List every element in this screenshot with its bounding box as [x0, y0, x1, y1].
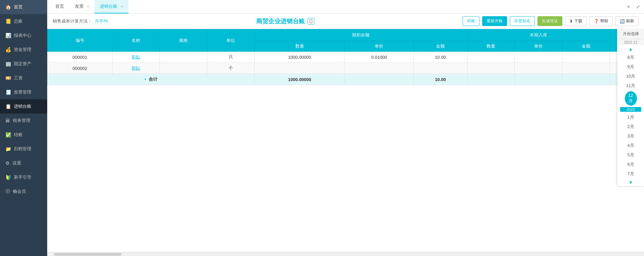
sidebar-item-settlement[interactable]: ✅ 结账 — [0, 128, 47, 142]
sub-header-rk-amount: 金额 — [562, 41, 610, 52]
total-rk-qty — [467, 74, 515, 85]
salary-icon: 💴 — [5, 75, 11, 81]
cell-qc-price — [345, 63, 413, 74]
cell-unit: 个 — [207, 63, 255, 74]
maximize-button[interactable]: ⤢ — [635, 3, 641, 10]
cell-rk-amount — [562, 63, 610, 74]
cell-qc-qty — [255, 63, 345, 74]
month-item-10[interactable]: 10月 — [617, 72, 644, 81]
member-icon: Ⓥ — [5, 188, 10, 195]
refresh-icon: 🔄 — [620, 19, 625, 24]
sidebar: 🏠 首页 📒 总账 📊 报表中心 💰 资金管理 🏢 固定资产 💴 工资 🧾 发票… — [0, 0, 47, 256]
sub-header-qc-qty: 数量 — [255, 41, 345, 52]
tab-purchase-sales[interactable]: 进销台账 × — [94, 0, 128, 14]
cell-name: 前缸 — [112, 63, 160, 74]
sidebar-item-purchase-sales[interactable]: 📋 进销台账 — [0, 99, 47, 113]
sidebar-item-member[interactable]: Ⓥ 畅会员 — [0, 184, 47, 199]
total-row: ▪ 合计 1000.00000 10.00 — [48, 74, 644, 85]
month-panel: 月份选择 2022.12 ▲ 8月 9月 10月 11月 12月 2023 1月… — [617, 29, 644, 186]
month-item-4[interactable]: 4月 — [617, 141, 644, 150]
month-item-7[interactable]: 7月 — [617, 169, 644, 179]
sidebar-item-tax[interactable]: 🏛 税务管理 — [0, 113, 47, 128]
cell-spec — [160, 52, 207, 63]
cell-unit: 只 — [207, 52, 255, 63]
sidebar-item-home[interactable]: 🏠 首页 — [0, 0, 47, 14]
month-item-3[interactable]: 3月 — [617, 131, 644, 141]
cell-id: 000001 — [48, 52, 113, 63]
info-icon[interactable]: 📋 — [308, 18, 314, 25]
sidebar-item-guide[interactable]: 🔰 新手引导 — [0, 170, 47, 184]
sidebar-item-settings[interactable]: ⚙ 设置 — [0, 156, 47, 170]
archive-icon: 📁 — [5, 146, 11, 152]
cell-spec — [160, 63, 207, 74]
table-wrapper: 编号 名称 规格 单位 期初余额 本期入库 数 数量 单价 金额 数量 单价 — [47, 29, 644, 252]
month-nav-down[interactable]: ▼ — [617, 179, 644, 186]
duizhang-button[interactable]: 对账 — [463, 16, 479, 26]
col-header-id: 编号 — [48, 29, 113, 52]
sub-header-qc-price: 单价 — [345, 41, 413, 52]
total-qc-price — [345, 74, 413, 85]
cell-qc-amount: 10.00 — [413, 52, 467, 63]
ledger-icon: 📒 — [5, 19, 11, 24]
sub-header-qc-amount: 金额 — [413, 41, 467, 52]
col-header-qichu: 期初余额 — [255, 29, 468, 41]
sidebar-item-archive[interactable]: 📁 归档管理 — [0, 142, 47, 156]
assets-icon: 🏢 — [5, 61, 11, 67]
sidebar-item-salary[interactable]: 💴 工资 — [0, 71, 47, 85]
month-item-8[interactable]: 8月 — [617, 53, 644, 62]
main-area: 首页 发票 × 进销台账 × × ⤢ 销售成本计算方法： 月平均 商贸企业进销台… — [47, 0, 644, 256]
download-button[interactable]: ⬇ 下载 — [565, 16, 587, 26]
guide-icon: 🔰 — [5, 175, 11, 180]
month-item-2[interactable]: 2月 — [617, 122, 644, 131]
sidebar-item-assets[interactable]: 🏢 固定资产 — [0, 57, 47, 71]
reopen-button[interactable]: 重新开账 — [482, 16, 507, 26]
sidebar-item-funds[interactable]: 💰 资金管理 — [0, 43, 47, 57]
col-header-spec: 规格 — [160, 29, 207, 52]
page-title: 商贸企业进销台账 — [256, 17, 305, 25]
info-bar: 销售成本计算方法： 月平均 商贸企业进销台账 📋 对账 重新开账 存货别名 生成… — [47, 14, 644, 29]
cost-method-value: 月平均 — [95, 19, 108, 24]
horizontal-scrollbar[interactable] — [47, 252, 644, 256]
tab-invoice[interactable]: 发票 × — [69, 0, 94, 14]
cell-rk-qty — [467, 52, 515, 63]
purchase-sales-icon: 📋 — [5, 104, 11, 109]
cell-rk-amount — [562, 52, 610, 63]
cell-qc-amount — [413, 63, 467, 74]
home-icon: 🏠 — [5, 4, 11, 10]
month-nav-up[interactable]: ▲ — [617, 45, 644, 53]
main-table: 编号 名称 规格 单位 期初余额 本期入库 数 数量 单价 金额 数量 单价 — [47, 29, 644, 85]
sidebar-item-reports[interactable]: 📊 报表中心 — [0, 28, 47, 43]
invoice-mgmt-icon: 🧾 — [5, 89, 11, 95]
page-title-area: 商贸企业进销台账 📋 — [108, 17, 463, 25]
minimize-button[interactable]: × — [625, 3, 632, 10]
save-alias-button[interactable]: 存货别名 — [510, 16, 535, 26]
total-qc-amount: 10.00 — [413, 74, 467, 85]
scroll-thumb[interactable] — [54, 253, 121, 256]
tab-home[interactable]: 首页 — [50, 0, 69, 14]
month-item-5[interactable]: 5月 — [617, 150, 644, 160]
total-label: ▪ 合计 — [48, 74, 255, 85]
total-qc-qty: 1000.00000 — [255, 74, 345, 85]
sidebar-item-ledger[interactable]: 📒 总账 — [0, 14, 47, 28]
month-item-6[interactable]: 6月 — [617, 160, 644, 169]
col-header-ruku: 本期入库 — [467, 29, 610, 41]
sidebar-item-invoice-mgmt[interactable]: 🧾 发票管理 — [0, 85, 47, 99]
month-item-11[interactable]: 11月 — [617, 81, 644, 91]
month-item-12[interactable]: 12月 — [625, 91, 637, 106]
total-rk-amount — [562, 74, 610, 85]
month-item-9[interactable]: 9月 — [617, 62, 644, 72]
tab-bar: 首页 发票 × 进销台账 × × ⤢ — [47, 0, 644, 14]
month-item-1[interactable]: 1月 — [617, 112, 644, 122]
window-controls: × ⤢ — [625, 3, 641, 10]
cell-rk-qty — [467, 63, 515, 74]
total-rk-price — [515, 74, 562, 85]
col-header-unit: 单位 — [207, 29, 255, 52]
close-invoice-tab[interactable]: × — [87, 4, 89, 8]
generate-voucher-button[interactable]: 生成凭证 — [537, 16, 562, 26]
help-button[interactable]: ❓ 帮助 — [589, 16, 613, 26]
action-buttons: 对账 重新开账 存货别名 生成凭证 ⬇ 下载 ❓ 帮助 🔄 刷新 — [463, 16, 639, 26]
sub-header-rk-qty: 数量 — [467, 41, 515, 52]
cell-id: 000002 — [48, 63, 113, 74]
refresh-button[interactable]: 🔄 刷新 — [615, 16, 639, 26]
close-purchase-sales-tab[interactable]: × — [121, 4, 123, 8]
